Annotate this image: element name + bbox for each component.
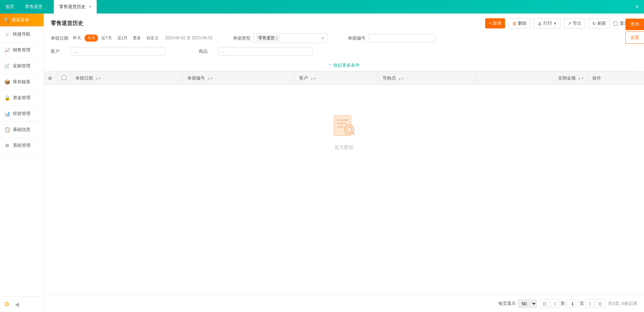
tab-retail-return-history[interactable]: 零售退货历史 × [54,0,97,14]
tab-home[interactable]: 零售退货历史 首页 [0,0,20,14]
filter-goods: 商品 [199,47,313,55]
settings-bottom-icon[interactable]: ⚙ [4,300,9,308]
top-bar: 零售退货历史 首页 零售退货 × 零售退货历史 × × [0,0,644,14]
filter-doc-type: 单据类型 零售退货 × ▼ [233,33,328,43]
sidebar-item-label: 库存核算 [13,79,30,85]
sidebar: 🔍 搜索菜单 ⌂ 快捷导航 📈 销售管理 🛒 采购管理 📦 库存核算 🔒 [0,14,44,312]
page-input: 第 页 [560,300,584,308]
tab-retail-return-close[interactable]: × [46,4,48,9]
date-custom[interactable]: 自定义 [144,35,161,42]
sidebar-search[interactable]: 🔍 搜索菜单 [0,14,44,26]
tab-retail-return-history-close[interactable]: × [89,4,91,9]
query-button[interactable]: 查询 [625,19,644,30]
doc-type-tag-remove[interactable]: × [276,36,278,40]
sort-arrows-docno: ▲▼ [207,77,213,80]
sidebar-item-system[interactable]: ⚙ 系统管理 [0,138,44,154]
toolbar: + 新增 🗑 删除 🖨 打印 ▼ ↗ 导出 ↻ [485,18,637,28]
table-header: ⚙ 单据日期 ▲▼ 单据编号 ▲▼ [44,72,644,85]
sort-arrows-customer: ▲▼ [310,77,316,80]
col-customer[interactable]: 客户 ▲▼ [295,72,379,85]
table-settings-col[interactable]: ⚙ [44,72,57,85]
settings-button[interactable]: 设置 [625,31,644,44]
date-7days[interactable]: 近7天 [99,35,114,42]
page-next-button[interactable]: ⟩ [586,299,594,308]
sidebar-nav: ⌂ 快捷导航 📈 销售管理 🛒 采购管理 📦 库存核算 🔒 资金管理 📊 [0,26,44,296]
filter-goods-label: 商品 [199,48,216,54]
filter-date: 单据日期 昨天 今天 近7天 近1月 更多 自定义 2023-06-02 至 2… [51,35,213,42]
filter-goods-input[interactable] [218,47,313,55]
date-yesterday[interactable]: 昨天 [71,35,83,42]
operations-icon: 📊 [4,111,10,117]
data-table: ⚙ 单据日期 ▲▼ 单据编号 ▲▼ [44,72,644,85]
total-info: 共0页, 0条记录 [608,300,637,307]
inventory-icon: 📦 [4,79,10,85]
filter-row-1: 单据日期 昨天 今天 近7天 近1月 更多 自定义 2023-06-02 至 2… [51,33,637,43]
window-close-button[interactable]: × [636,4,644,10]
collapse-sidebar-icon[interactable]: ◀ [15,301,19,308]
col-date[interactable]: 单据日期 ▲▼ [71,72,183,85]
display-detail-checkbox[interactable] [613,21,618,26]
filter-area: 单据日期 昨天 今天 近7天 近1月 更多 自定义 2023-06-02 至 2… [51,33,637,55]
page-header: 零售退货历史 + 新增 🗑 删除 🖨 打印 ▼ ↗ 导出 [44,14,644,72]
date-today[interactable]: 今天 [85,35,98,42]
filter-date-label: 单据日期 [51,35,68,41]
sidebar-item-inventory[interactable]: 📦 库存核算 [0,74,44,90]
sort-arrows-guide: ▲▼ [398,77,404,80]
pagination-bar: 每页显示 10 20 50 100 ⟨⟨ ⟨ 第 页 [44,295,644,312]
sort-arrows-amount: ▲▼ [578,77,584,80]
basics-icon: 📋 [4,127,10,133]
per-page-label: 每页显示 [498,300,516,307]
main-content: 零售退货历史 + 新增 🗑 删除 🖨 打印 ▼ ↗ 导出 [44,14,644,312]
delete-button[interactable]: 🗑 删除 [508,18,530,28]
empty-state: 暂无数据 [44,85,644,164]
filter-doc-type-label: 单据类型 [233,35,251,41]
page-label: 第 [560,300,565,307]
sidebar-search-label: 搜索菜单 [11,17,29,23]
sidebar-item-sales[interactable]: 📈 销售管理 [0,42,44,58]
collapse-icon: ⌃ [328,63,332,68]
page-prev-button[interactable]: ⟨ [550,299,559,308]
col-guide[interactable]: 导购员 ▲▼ [379,72,476,85]
finance-icon: 🔒 [4,95,10,101]
col-actions: 操作 [588,72,644,85]
date-range-display: 2023-06-02 至 2023-06-02 [165,35,212,41]
doc-type-tag: 零售退货 × [256,35,280,41]
empty-icon [331,112,358,139]
page-first-button[interactable]: ⟨⟨ [540,299,549,308]
svg-rect-1 [337,119,348,121]
filter-row-2: 客户 商品 [51,47,637,55]
tab-retail-return[interactable]: 零售退货 × [20,0,54,14]
sidebar-item-label: 资金管理 [13,95,30,101]
page-number-input[interactable] [566,300,578,308]
table-select-all-checkbox[interactable] [62,75,66,80]
sidebar-item-label: 销售管理 [13,47,30,53]
sidebar-item-quick-nav[interactable]: ⌂ 快捷导航 [0,26,44,42]
collapse-button[interactable]: ⌃ 收起更多条件 [328,62,360,68]
sidebar-item-purchase[interactable]: 🛒 采购管理 [0,58,44,74]
sales-icon: 📈 [4,47,10,53]
export-button[interactable]: ↗ 导出 [564,18,585,28]
home-icon: ⌂ [4,31,10,37]
new-button[interactable]: + 新增 [485,18,505,28]
page-title-row: 零售退货历史 + 新增 🗑 删除 🖨 打印 ▼ ↗ 导出 [51,18,637,28]
filter-customer-input[interactable] [70,47,165,55]
col-amount[interactable]: 实销金额 ▲▼ [476,72,588,85]
date-shortcuts: 昨天 今天 近7天 近1月 更多 自定义 [71,35,161,42]
system-icon: ⚙ [4,142,10,149]
filter-doc-no-input[interactable] [368,34,436,42]
refresh-button[interactable]: ↻ 刷新 [589,18,610,28]
date-more[interactable]: 更多 [131,35,143,42]
sidebar-item-label: 系统管理 [13,142,30,149]
print-button[interactable]: 🖨 打印 ▼ [534,18,560,28]
page-last-button[interactable]: ⟩⟩ [596,299,604,308]
col-doc-no[interactable]: 单据编号 ▲▼ [183,72,295,85]
export-icon: ↗ [568,21,571,26]
per-page-select[interactable]: 10 20 50 100 [518,299,537,308]
sidebar-item-basics[interactable]: 📋 基础信息 [0,122,44,138]
filter-doc-no: 单据编号 [348,34,436,42]
sidebar-item-operations[interactable]: 📊 经营管理 [0,106,44,122]
sidebar-item-finance[interactable]: 🔒 资金管理 [0,90,44,106]
filter-doc-type-select[interactable]: 零售退货 × ▼ [253,33,328,43]
svg-rect-2 [337,123,346,124]
date-1month[interactable]: 近1月 [115,35,130,42]
